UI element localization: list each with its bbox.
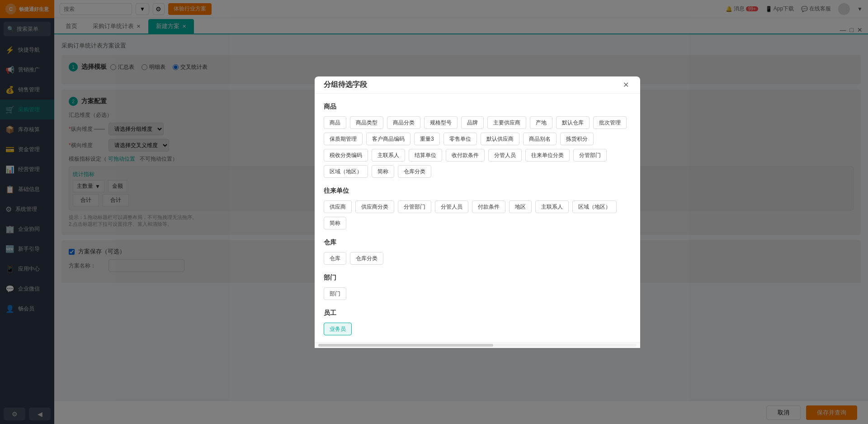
field-tag-warehouse-cat[interactable]: 仓库分类 [350, 252, 383, 265]
field-tag-default-warehouse[interactable]: 默认仓库 [556, 116, 590, 129]
field-tag-payment-terms[interactable]: 收付款条件 [446, 149, 485, 162]
field-selector-modal: 分组待选字段 ✕ 商品 商品 商品类型 商品分类 规格型号 品牌 主要供应商 产… [315, 76, 640, 296]
field-tag-main-supplier[interactable]: 主要供应商 [487, 116, 526, 129]
warehouse-fields: 仓库 仓库分类 [324, 252, 631, 265]
warehouse-section-title: 仓库 [324, 238, 631, 247]
field-tag-pick-points[interactable]: 拣货积分 [560, 133, 594, 145]
field-tag-spec-model[interactable]: 规格型号 [424, 116, 458, 129]
partner-section-title: 往来单位 [324, 187, 631, 195]
field-tag-main-contact[interactable]: 主联系人 [372, 149, 405, 162]
field-tag-weight3[interactable]: 重量3 [414, 133, 440, 145]
field-tag-manager[interactable]: 分管人员 [488, 149, 522, 162]
field-tag-dept-partner[interactable]: 分管部门 [398, 200, 431, 213]
field-tag-supplier[interactable]: 供应商 [324, 200, 352, 213]
field-tag-default-supplier[interactable]: 默认供应商 [481, 133, 519, 145]
field-tag-dept-in-charge[interactable]: 分管部门 [573, 149, 607, 162]
field-tag-department[interactable]: 部门 [324, 287, 346, 295]
field-tag-tax-code[interactable]: 税收分类编码 [324, 149, 368, 162]
field-tag-goods-type[interactable]: 商品类型 [350, 116, 383, 129]
field-tag-origin[interactable]: 产地 [530, 116, 552, 129]
field-tag-retail-unit[interactable]: 零售单位 [443, 133, 477, 145]
modal-body: 商品 商品 商品类型 商品分类 规格型号 品牌 主要供应商 产地 默认仓库 批次… [315, 94, 640, 295]
field-tag-region[interactable]: 区域（地区） [324, 165, 368, 178]
goods-fields: 商品 商品类型 商品分类 规格型号 品牌 主要供应商 产地 默认仓库 批次管理 … [324, 116, 631, 178]
field-tag-region-partner[interactable]: 区域（地区） [572, 200, 617, 213]
field-tag-goods[interactable]: 商品 [324, 116, 346, 129]
partner-fields: 供应商 供应商分类 分管部门 分管人员 付款条件 地区 主联系人 区域（地区） … [324, 200, 631, 229]
field-tag-supplier-category[interactable]: 供应商分类 [355, 200, 394, 213]
field-tag-goods-alias[interactable]: 商品别名 [523, 133, 557, 145]
field-tag-partner-category[interactable]: 往来单位分类 [525, 149, 570, 162]
goods-section: 商品 商品 商品类型 商品分类 规格型号 品牌 主要供应商 产地 默认仓库 批次… [324, 103, 631, 178]
field-tag-batch-mgmt[interactable]: 批次管理 [593, 116, 627, 129]
field-tag-short-name[interactable]: 简称 [372, 165, 394, 178]
department-section: 部门 部门 [324, 274, 631, 295]
goods-section-title: 商品 [324, 103, 631, 111]
warehouse-section: 仓库 仓库 仓库分类 [324, 238, 631, 265]
modal-header: 分组待选字段 ✕ [315, 76, 640, 94]
field-tag-warehouse-category[interactable]: 仓库分类 [398, 165, 431, 178]
field-tag-goods-category[interactable]: 商品分类 [387, 116, 420, 129]
field-tag-short-name-partner[interactable]: 简称 [324, 217, 346, 229]
department-fields: 部门 [324, 287, 631, 295]
field-tag-area[interactable]: 地区 [509, 200, 532, 213]
department-section-title: 部门 [324, 274, 631, 282]
modal-close-button[interactable]: ✕ [620, 79, 631, 90]
field-tag-main-contact-partner[interactable]: 主联系人 [535, 200, 569, 213]
modal-title: 分组待选字段 [324, 80, 367, 90]
field-tag-brand[interactable]: 品牌 [461, 116, 484, 129]
field-tag-warehouse[interactable]: 仓库 [324, 252, 346, 265]
field-tag-settlement-unit[interactable]: 结算单位 [409, 149, 442, 162]
field-tag-payment-cond[interactable]: 付款条件 [472, 200, 505, 213]
partner-section: 往来单位 供应商 供应商分类 分管部门 分管人员 付款条件 地区 主联系人 区域… [324, 187, 631, 229]
field-tag-customer-goods-code[interactable]: 客户商品编码 [366, 133, 410, 145]
field-tag-person-in-charge[interactable]: 分管人员 [435, 200, 468, 213]
field-tag-expiry-mgmt[interactable]: 保质期管理 [324, 133, 363, 145]
